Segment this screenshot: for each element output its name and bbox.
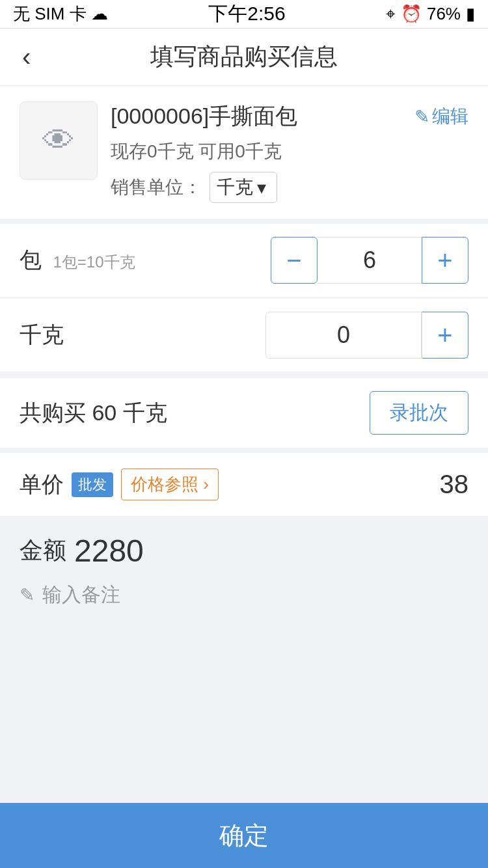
status-left: 无 SIM 卡 ☁ [13,3,108,25]
product-image: 👁 [20,102,98,180]
edit-link[interactable]: ✎ 编辑 [414,104,468,129]
page-title: 填写商品购买信息 [150,41,338,73]
amount-label: 金额 [20,535,66,567]
kg-plus-button[interactable]: + [422,312,468,359]
price-value: 38 [440,470,469,499]
kg-qty-control: + [265,312,468,359]
product-card: 👁 [0000006]手撕面包 ✎ 编辑 现存0千克 可用0千克 销售单位： 千… [0,86,488,224]
edit-label: 编辑 [432,104,468,129]
battery-icon: ▮ [466,4,475,24]
kg-label: 千克 [20,320,265,350]
bao-minus-button[interactable]: − [271,237,318,284]
price-ref-button[interactable]: 价格参照 › [121,468,219,500]
confirm-button[interactable]: 确定 [0,803,488,868]
status-right: ⌖ ⏰ 76% ▮ [386,4,475,24]
remark-row[interactable]: ✎ 输入备注 [20,582,468,608]
amount-row: 金额 2280 [20,533,468,569]
alarm-icon: ⏰ [401,4,422,24]
status-bar: 无 SIM 卡 ☁ 下午2:56 ⌖ ⏰ 76% ▮ [0,0,488,29]
bao-label: 包 1包=10千克 [20,245,271,275]
bao-qty-input[interactable] [318,237,422,284]
bao-input-section: 包 1包=10千克 − + [0,224,488,297]
bao-input-row: 包 1包=10千克 − + [0,224,488,297]
product-name: [0000006]手撕面包 [111,102,297,131]
kg-input-section: 千克 + [0,299,488,377]
price-tag: 批发 [72,472,113,497]
total-row: 共购买 60 千克 录批次 [0,378,488,453]
unit-select-value: 千克 [217,175,253,200]
amount-value: 2280 [74,533,144,569]
edit-icon: ✎ [414,106,429,128]
price-left: 单价 批发 价格参照 › [20,468,219,500]
unit-select[interactable]: 千克 ▾ [210,172,277,203]
price-section: 单价 批发 价格参照 › 38 [0,453,488,516]
product-stock: 现存0千克 可用0千克 [111,139,468,164]
remark-placeholder: 输入备注 [42,582,120,608]
back-button[interactable]: ‹ [16,36,37,78]
status-time: 下午2:56 [208,1,285,27]
product-name-row: [0000006]手撕面包 ✎ 编辑 [111,102,468,131]
bao-plus-button[interactable]: + [422,237,468,284]
unit-label: 销售单位： [111,175,202,200]
chevron-down-icon: ▾ [257,177,266,198]
nav-bar: ‹ 填写商品购买信息 [0,29,488,86]
carrier-label: 无 SIM 卡 ☁ [13,3,108,25]
bao-qty-control: − + [271,237,468,284]
bao-hint: 1包=10千克 [53,253,135,271]
pencil-icon: ✎ [20,584,34,606]
batch-button[interactable]: 录批次 [370,391,468,435]
location-icon: ⌖ [386,4,396,24]
kg-input-row: 千克 + [0,299,488,377]
price-label: 单价 [20,470,64,500]
total-text: 共购买 60 千克 [20,398,167,428]
kg-qty-input[interactable] [265,312,422,359]
product-unit-row: 销售单位： 千克 ▾ [111,172,468,203]
product-info: [0000006]手撕面包 ✎ 编辑 现存0千克 可用0千克 销售单位： 千克 … [111,102,468,203]
product-image-icon: 👁 [42,122,75,159]
amount-section: 金额 2280 ✎ 输入备注 [0,517,488,624]
battery-label: 76% [427,4,461,24]
price-row: 单价 批发 价格参照 › 38 [20,468,468,500]
